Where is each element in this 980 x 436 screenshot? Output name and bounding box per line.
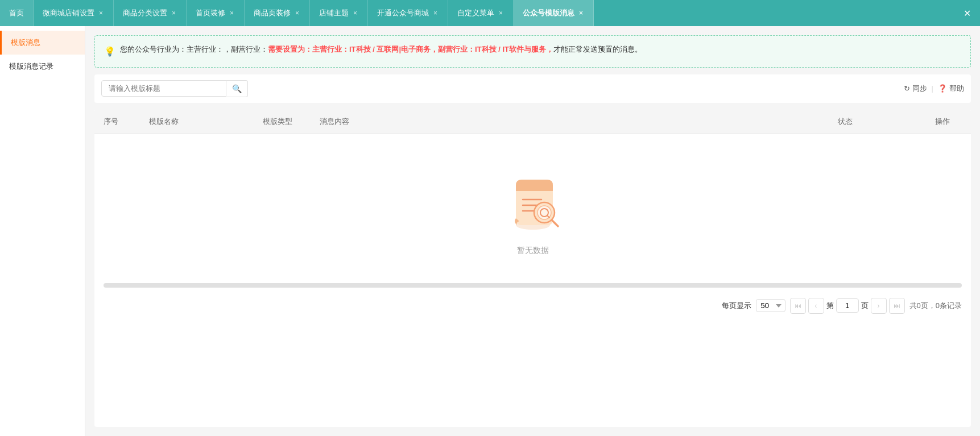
tab-label-home-decor: 首页装修 xyxy=(196,8,225,18)
table-header: 序号 模版名称 模版类型 消息内容 状态 操作 xyxy=(94,110,971,134)
tab-close-custom-menu[interactable]: × xyxy=(498,8,504,18)
th-content: 消息内容 xyxy=(311,110,829,134)
tab-close-weshop-settings[interactable]: × xyxy=(98,8,104,18)
tab-close-shop-theme[interactable]: × xyxy=(352,8,358,18)
notice-box: 💡 您的公众号行业为：主营行业：，副营行业：需要设置为：主营行业：IT科技 / … xyxy=(94,35,971,68)
tab-template-msg[interactable]: 公众号模版消息× xyxy=(514,0,594,26)
search-left: 🔍 xyxy=(101,80,248,97)
th-status: 状态 xyxy=(829,110,914,134)
th-type: 模版类型 xyxy=(254,110,311,134)
sync-label: 同步 xyxy=(912,84,927,94)
page-input[interactable] xyxy=(836,298,859,313)
sync-icon: ↻ xyxy=(904,84,910,93)
pagination-row: 每页显示 50 10 20 100 ⏮ ‹ 第 页 › ⏭ 共0页，0条记录 xyxy=(94,292,971,319)
page-nav: ⏮ ‹ 第 页 › ⏭ xyxy=(790,298,905,314)
next-page-button[interactable]: › xyxy=(871,298,887,314)
tab-label-custom-menu: 自定义菜单 xyxy=(457,8,494,18)
empty-text: 暂无数据 xyxy=(517,246,549,256)
search-row: 🔍 ↻ 同步 | ❓ 帮助 xyxy=(94,74,971,103)
sidebar: 模版消息模版消息记录 xyxy=(0,26,85,436)
sidebar-item-template-msg-log[interactable]: 模版消息记录 xyxy=(0,55,85,78)
tab-open-mall[interactable]: 开通公众号商城× xyxy=(368,0,448,26)
close-all-button[interactable]: ✕ xyxy=(954,8,980,19)
bulb-icon: 💡 xyxy=(104,44,115,59)
first-page-button[interactable]: ⏮ xyxy=(790,298,806,314)
empty-state: 暂无数据 xyxy=(94,134,971,279)
tab-close-template-msg[interactable]: × xyxy=(578,8,584,18)
help-icon: ❓ xyxy=(938,84,947,93)
tab-custom-menu[interactable]: 自定义菜单× xyxy=(448,0,514,26)
tab-label-shop-theme: 店铺主题 xyxy=(319,8,349,18)
tab-close-product-decor[interactable]: × xyxy=(294,8,300,18)
th-seq: 序号 xyxy=(94,110,140,134)
tab-shop-theme[interactable]: 店铺主题× xyxy=(310,0,368,26)
tab-label-template-msg: 公众号模版消息 xyxy=(523,8,574,18)
page-label: 第 xyxy=(826,301,834,311)
content-area: 💡 您的公众号行业为：主营行业：，副营行业：需要设置为：主营行业：IT科技 / … xyxy=(85,26,980,436)
search-button[interactable]: 🔍 xyxy=(226,80,248,97)
sync-button[interactable]: ↻ 同步 xyxy=(904,84,927,94)
tab-home[interactable]: 首页 xyxy=(0,0,34,26)
tab-label-open-mall: 开通公众号商城 xyxy=(377,8,429,18)
notice-text: 您的公众号行业为：主营行业：，副营行业：需要设置为：主营行业：IT科技 / 互联… xyxy=(120,44,642,56)
tab-product-decor[interactable]: 商品页装修× xyxy=(245,0,310,26)
total-label: 共0页，0条记录 xyxy=(909,301,962,311)
divider: | xyxy=(932,84,933,93)
tab-label-home: 首页 xyxy=(9,8,24,18)
page-size-label: 每页显示 xyxy=(722,301,751,311)
page-size-select[interactable]: 50 10 20 100 xyxy=(756,299,785,312)
last-page-button[interactable]: ⏭ xyxy=(889,298,905,314)
tab-close-open-mall[interactable]: × xyxy=(432,8,439,18)
help-button[interactable]: ❓ 帮助 xyxy=(938,84,964,94)
page-suffix: 页 xyxy=(861,301,869,311)
search-input[interactable] xyxy=(101,80,226,97)
tab-close-home-decor[interactable]: × xyxy=(229,8,235,18)
empty-icon xyxy=(499,168,567,236)
tab-label-product-decor: 商品页装修 xyxy=(254,8,291,18)
tab-label-category-settings: 商品分类设置 xyxy=(123,8,167,18)
tab-label-weshop-settings: 微商城店铺设置 xyxy=(43,8,94,18)
tab-home-decor[interactable]: 首页装修× xyxy=(187,0,245,26)
tab-weshop-settings[interactable]: 微商城店铺设置× xyxy=(34,0,114,26)
tab-category-settings[interactable]: 商品分类设置× xyxy=(114,0,187,26)
search-right: ↻ 同步 | ❓ 帮助 xyxy=(904,84,964,94)
main-layout: 模版消息模版消息记录 💡 您的公众号行业为：主营行业：，副营行业：需要设置为：主… xyxy=(0,26,980,436)
th-action: 操作 xyxy=(914,110,971,134)
tab-close-category-settings[interactable]: × xyxy=(171,8,177,18)
top-nav: 首页微商城店铺设置×商品分类设置×首页装修×商品页装修×店铺主题×开通公众号商城… xyxy=(0,0,980,26)
prev-page-button[interactable]: ‹ xyxy=(808,298,824,314)
sidebar-item-template-msg[interactable]: 模版消息 xyxy=(0,31,85,55)
table-wrapper: 序号 模版名称 模版类型 消息内容 状态 操作 xyxy=(94,110,971,427)
th-name: 模版名称 xyxy=(140,110,254,134)
svg-line-6 xyxy=(552,220,558,226)
scroll-track[interactable] xyxy=(104,283,962,288)
help-label: 帮助 xyxy=(949,84,964,94)
scroll-bar-row xyxy=(94,279,971,292)
